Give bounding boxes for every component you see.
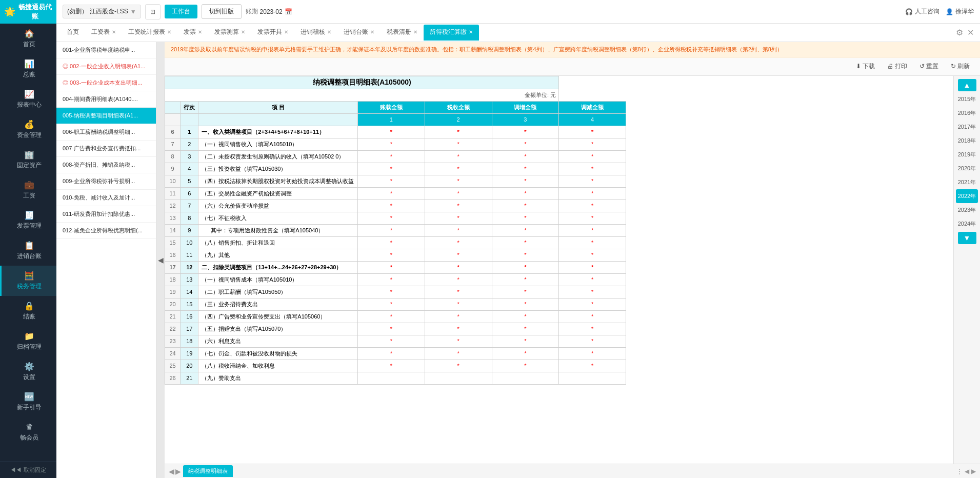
sidebar-item-ledger[interactable]: 📊总账 xyxy=(0,54,56,84)
cell-tax[interactable]: * xyxy=(425,212,492,224)
cell-tax[interactable]: * xyxy=(425,224,492,236)
cell-item[interactable]: （四）广告费和业务宣传费支出（填写A105060） xyxy=(198,310,358,323)
cell-inc[interactable]: * xyxy=(492,298,559,310)
cell-book[interactable]: * xyxy=(358,298,425,310)
cell-dec[interactable]: * xyxy=(559,298,626,310)
reset-button[interactable]: ↺ 重置 xyxy=(915,61,943,72)
cell-tax[interactable]: * xyxy=(425,273,492,286)
sidebar-item-tax-mgmt[interactable]: 🧮税务管理 xyxy=(0,266,56,296)
year-item-2023年[interactable]: 2023年 xyxy=(956,203,978,217)
scroll-next[interactable]: ▶ xyxy=(971,468,976,475)
period-selector[interactable]: 账期 2023-02 📅 xyxy=(246,7,292,16)
cell-item[interactable]: （五）交易性金融资产初始投资调整 xyxy=(198,187,358,200)
form-item-10[interactable]: 010-免税、减计收入及加计... xyxy=(56,190,156,206)
cell-tax[interactable]: * xyxy=(425,200,492,212)
tab-invoice[interactable]: 发票✕ xyxy=(177,25,208,41)
scroll-prev[interactable]: ◀ xyxy=(965,468,969,475)
year-item-2022年[interactable]: 2022年 xyxy=(956,189,978,203)
year-item-2016年[interactable]: 2016年 xyxy=(956,106,978,120)
tab-close-invoice-open[interactable]: ✕ xyxy=(284,29,288,35)
cell-book[interactable]: * xyxy=(358,286,425,298)
cell-dec[interactable]: * xyxy=(559,150,626,163)
cell-dec[interactable]: * xyxy=(559,126,626,138)
year-up-button[interactable]: ▲ xyxy=(958,79,976,91)
cell-book[interactable]: * xyxy=(358,261,425,273)
form-item-04[interactable]: 004-期间费用明细表(A1040.... xyxy=(56,91,156,108)
cell-inc[interactable]: * xyxy=(492,187,559,200)
cell-inc[interactable]: * xyxy=(492,323,559,335)
cell-tax[interactable]: * xyxy=(425,310,492,323)
cell-inc[interactable]: * xyxy=(492,150,559,163)
cell-dec[interactable]: * xyxy=(559,249,626,261)
form-item-06[interactable]: 006-职工薪酬纳税调整明细... xyxy=(56,124,156,141)
cell-book[interactable]: * xyxy=(358,175,425,187)
sidebar-item-invoice-mgmt[interactable]: 🧾发票管理 xyxy=(0,205,56,235)
sidebar-item-reports[interactable]: 📈报表中心 xyxy=(0,84,56,114)
company-selector[interactable]: (勿删） 江西股金-LSS ▼ xyxy=(63,5,141,18)
cell-dec[interactable]: * xyxy=(559,347,626,360)
form-item-12[interactable]: 012-减免企业所得税优惠明细(... xyxy=(56,223,156,239)
cell-dec[interactable] xyxy=(559,372,626,384)
cell-book[interactable]: * xyxy=(358,360,425,372)
cell-dec[interactable]: * xyxy=(559,175,626,187)
tab-more-button[interactable]: ⚙ xyxy=(954,26,965,39)
sidebar-item-close-accounts[interactable]: 🔒结账 xyxy=(0,296,56,326)
cell-inc[interactable]: * xyxy=(492,200,559,212)
cell-item[interactable]: 其中：专项用途财政性资金（填写A105040） xyxy=(198,224,358,236)
cell-tax[interactable]: * xyxy=(425,249,492,261)
cell-dec[interactable]: * xyxy=(559,212,626,224)
cell-inc[interactable]: * xyxy=(492,175,559,187)
cell-inc[interactable]: * xyxy=(492,347,559,360)
cell-dec[interactable]: * xyxy=(559,310,626,323)
cell-item[interactable]: （七）不征税收入 xyxy=(198,212,358,224)
cell-tax[interactable] xyxy=(425,372,492,384)
scroll-right-icon[interactable]: ▶ xyxy=(175,467,181,475)
tab-home[interactable]: 首页 xyxy=(61,25,85,41)
tab-purchase-ledger2[interactable]: 进销台账✕ xyxy=(337,25,381,41)
cell-book[interactable]: * xyxy=(358,323,425,335)
sidebar-item-assets-mgmt[interactable]: 💰资金管理 xyxy=(0,114,56,145)
cell-tax[interactable]: * xyxy=(425,335,492,347)
collapse-button[interactable]: ◀ xyxy=(156,42,165,478)
sidebar-item-fixed-assets[interactable]: 🏢固定资产 xyxy=(0,145,56,175)
tab-close-payroll[interactable]: ✕ xyxy=(112,29,116,35)
cell-tax[interactable]: * xyxy=(425,126,492,138)
cell-book[interactable] xyxy=(358,372,425,384)
sidebar-item-payroll[interactable]: 💼工资 xyxy=(0,175,56,205)
cell-book[interactable]: * xyxy=(358,126,425,138)
tab-close-invoice-calc[interactable]: ✕ xyxy=(241,29,245,35)
cell-tax[interactable]: * xyxy=(425,286,492,298)
tab-close-all-button[interactable]: ✕ xyxy=(965,26,976,39)
cell-dec[interactable]: * xyxy=(559,261,626,273)
form-item-11[interactable]: 011-研发费用加计扣除优惠... xyxy=(56,206,156,223)
cell-item[interactable]: 一、收入类调整项目（2+3+4+5+6+7+8+10+11） xyxy=(198,126,358,138)
tab-close-invoice[interactable]: ✕ xyxy=(198,29,202,35)
cell-tax[interactable]: * xyxy=(425,323,492,335)
cell-item[interactable]: （三）业务招待费支出 xyxy=(198,298,358,310)
year-down-button[interactable]: ▼ xyxy=(958,232,976,244)
cell-item[interactable]: （三）投资收益（填写A105030） xyxy=(198,163,358,175)
tab-close-payroll-stats[interactable]: ✕ xyxy=(167,29,171,35)
cell-inc[interactable]: * xyxy=(492,224,559,236)
cell-dec[interactable]: * xyxy=(559,273,626,286)
print-button[interactable]: 🖨 打印 xyxy=(883,61,911,72)
sidebar-item-settings[interactable]: ⚙️设置 xyxy=(0,356,56,387)
cell-tax[interactable]: * xyxy=(425,150,492,163)
cell-tax[interactable]: * xyxy=(425,298,492,310)
unpin-button[interactable]: ◀◀ 取消固定 xyxy=(0,462,56,478)
cell-book[interactable]: * xyxy=(358,224,425,236)
cell-book[interactable]: * xyxy=(358,273,425,286)
tab-close-purchase-check[interactable]: ✕ xyxy=(327,29,331,35)
cell-tax[interactable]: * xyxy=(425,175,492,187)
year-item-2021年[interactable]: 2021年 xyxy=(956,175,978,189)
cell-item[interactable]: （八）销售折扣、折让和退回 xyxy=(198,236,358,249)
user-menu[interactable]: 👤 徐泽华 xyxy=(946,7,974,16)
bottom-sheet-tab[interactable]: 纳税调整明细表 xyxy=(183,465,233,477)
year-item-2020年[interactable]: 2020年 xyxy=(956,162,978,175)
cell-inc[interactable]: * xyxy=(492,212,559,224)
tab-invoice-calc[interactable]: 发票测算✕ xyxy=(208,25,251,41)
form-item-02[interactable]: ◎ 002-一般企业收入明细表(A1... xyxy=(56,58,156,75)
tab-invoice-open[interactable]: 发票开具✕ xyxy=(251,25,294,41)
form-item-05[interactable]: 005-纳税调整项目明细表(A1... xyxy=(56,108,156,124)
cell-book[interactable]: * xyxy=(358,212,425,224)
